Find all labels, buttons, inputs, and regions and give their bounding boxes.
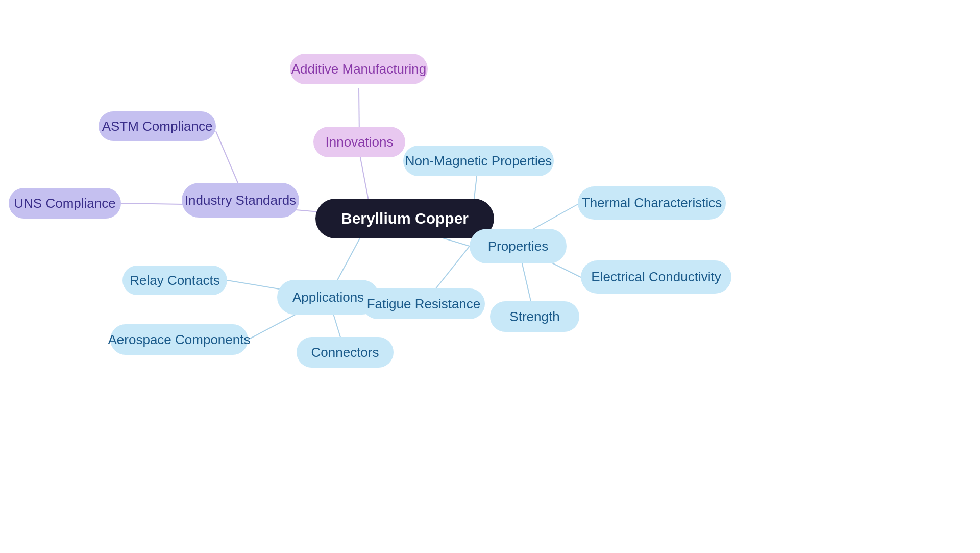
aerospace-components-node: Aerospace Components xyxy=(110,324,248,355)
relay-contacts-node: Relay Contacts xyxy=(122,266,227,295)
electrical-conductivity-node: Electrical Conductivity xyxy=(581,260,731,294)
non-magnetic-node: Non-Magnetic Properties xyxy=(403,146,554,176)
connectors-node: Connectors xyxy=(297,337,394,368)
thermal-characteristics-node: Thermal Characteristics xyxy=(578,186,726,220)
industry-standards-node: Industry Standards xyxy=(182,183,299,218)
additive-manufacturing-node: Additive Manufacturing xyxy=(290,54,428,84)
innovations-node: Innovations xyxy=(313,127,405,157)
center-node: Beryllium Copper xyxy=(315,199,494,238)
uns-compliance-node: UNS Compliance xyxy=(9,188,121,219)
strength-node: Strength xyxy=(490,301,579,332)
fatigue-resistance-node: Fatigue Resistance xyxy=(362,288,485,319)
astm-compliance-node: ASTM Compliance xyxy=(99,111,216,141)
properties-node: Properties xyxy=(470,229,567,263)
